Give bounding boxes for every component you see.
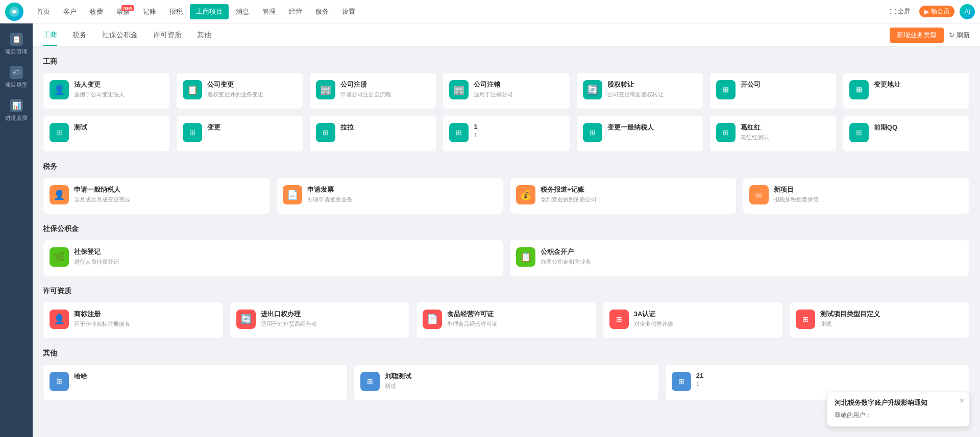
refresh-button[interactable]: ↻ 刷新 xyxy=(949,31,970,40)
nav-item-gongshang[interactable]: 工商项目 xyxy=(190,4,229,19)
nav-item-customer[interactable]: 客户 xyxy=(57,4,83,19)
card-new-project[interactable]: ⊞ 新项目 报税加税控盘保管 xyxy=(743,177,970,214)
card-qianqi-qq[interactable]: ⊞ 前期QQ xyxy=(843,115,970,152)
card-apply-fapiao[interactable]: 📄 申请发票 办理申请发票业务 xyxy=(276,177,503,214)
project-type-icon: 🏷 xyxy=(10,66,23,79)
card-gongsi-biangeng[interactable]: 📋 公司变更 股权变更外的业务变更 xyxy=(176,72,303,109)
nav-item-service[interactable]: 服务 xyxy=(309,4,335,19)
sidebar-item-project-manage[interactable]: 📋 项目管理 xyxy=(2,29,31,60)
card-sub-new-project: 报税加税控盘保管 xyxy=(774,196,963,203)
card-title-apply-nashui: 申请一般纳税人 xyxy=(74,185,263,194)
refresh-icon: ↻ xyxy=(949,31,954,39)
card-icon-tax-report: 💰 xyxy=(516,185,535,204)
nav-item-message[interactable]: 消息 xyxy=(230,4,255,19)
card-icon-nashui: ⊞ xyxy=(583,123,602,142)
card-biangeng-dizhi[interactable]: ⊞ 变更地址 xyxy=(843,72,970,109)
tab-qita[interactable]: 其他 xyxy=(197,24,211,46)
card-title-nashui: 变更一般纳税人 xyxy=(607,123,697,132)
sidebar-label-project-type: 项目类型 xyxy=(5,81,28,89)
tab-shuiwu[interactable]: 税务 xyxy=(72,24,87,46)
card-sub-guquan: 公司变更需要股权转让 xyxy=(607,91,697,98)
card-sub-apply-fapiao: 办理申请发票业务 xyxy=(307,196,497,203)
card-one[interactable]: ⊞ 1 1 xyxy=(443,115,570,152)
card-icon-trademark: 👤 xyxy=(50,310,69,329)
card-title-3a: 3A认证 xyxy=(634,310,777,319)
card-icon-kai: ⊞ xyxy=(716,80,736,99)
card-gehonghong[interactable]: ⊞ 葛红红 葛红红测试 xyxy=(709,115,837,152)
card-icon-gehong: ⊞ xyxy=(716,123,736,142)
sidebar-label-project-manage: 项目管理 xyxy=(5,48,28,56)
progress-icon: 📊 xyxy=(10,99,23,112)
card-icon-apply-fapiao: 📄 xyxy=(283,185,302,204)
card-ceshi[interactable]: ⊞ 测试 xyxy=(43,115,170,152)
card-trademark[interactable]: 👤 商标注册 用于企业商标注册服务 xyxy=(43,302,224,339)
card-food-license[interactable]: 📄 食品经营许可证 办理食品经营许可证 xyxy=(416,302,597,339)
card-tax-report[interactable]: 💰 税务报道+记账 拿到营业执照的新公司 xyxy=(509,177,737,214)
card-icon-zhuxiao: 🏢 xyxy=(449,80,469,99)
fullscreen-btn[interactable]: ⛶ 全屏 xyxy=(886,5,914,18)
card-title-ceshi: 测试 xyxy=(74,123,163,132)
card-icon-faren: 👤 xyxy=(50,80,69,99)
top-nav: 首页 客户 收费 票据 new 记账 报税 工商项目 消息 管理 经营 服务 设… xyxy=(0,0,980,23)
nav-item-fee[interactable]: 收费 xyxy=(84,4,109,19)
card-apply-nashui[interactable]: 👤 申请一般纳税人 当月或次月成变更完成 xyxy=(43,177,270,214)
avatar[interactable]: Ai xyxy=(960,4,975,19)
card-gongsi-zhuxiao[interactable]: 🏢 公司注销 适用于注销公司 xyxy=(443,72,570,109)
card-icon-lala: ⊞ xyxy=(316,123,335,142)
card-test-type[interactable]: ⊞ 测试项目类型目定义 测试 xyxy=(789,302,970,339)
nav-item-manage[interactable]: 管理 xyxy=(256,4,282,19)
tab-shebao[interactable]: 社保公积金 xyxy=(102,24,138,46)
section-title-shebao: 社保公积金 xyxy=(43,224,970,234)
nav-item-tax[interactable]: 报税 xyxy=(163,4,189,19)
nav-item-operate[interactable]: 经营 xyxy=(283,4,308,19)
card-icon-gongsibiangeng: 📋 xyxy=(183,80,202,99)
card-icon-21: ⊞ xyxy=(672,372,691,391)
tab-gongshang[interactable]: 工商 xyxy=(43,24,57,46)
gongshang-grid: 👤 法人变更 适用于公司变更法人 📋 公司变更 股权变更外的业务变更 🏢 xyxy=(43,72,970,152)
card-title-faren: 法人变更 xyxy=(74,80,163,89)
card-kai-gongsi[interactable]: ⊞ 开公司 xyxy=(709,72,837,109)
sidebar-item-progress[interactable]: 📊 进度监测 xyxy=(2,95,31,126)
add-type-button[interactable]: 新增业务类型 xyxy=(890,28,944,43)
card-faren-biangeng[interactable]: 👤 法人变更 适用于公司变更法人 xyxy=(43,72,170,109)
card-3a-cert[interactable]: ⊞ 3A认证 对企业信誉评级 xyxy=(603,302,783,339)
card-biangeng2[interactable]: ⊞ 变更 xyxy=(176,115,303,152)
card-icon-haha: ⊞ xyxy=(50,372,69,391)
card-biangeng-nashui[interactable]: ⊞ 变更一般纳税人 xyxy=(576,115,703,152)
card-import-export[interactable]: 🔄 进出口权办理 适用于对外贸易经营者 xyxy=(230,302,410,339)
card-sub-tax-report: 拿到营业执照的新公司 xyxy=(541,196,730,203)
notification-title: 河北税务数字账户升级影响通知 xyxy=(835,398,962,407)
card-sub-apply-nashui: 当月或次月成变更完成 xyxy=(74,196,263,203)
card-icon-one: ⊞ xyxy=(449,123,469,142)
card-title-test-type: 测试项目类型目定义 xyxy=(820,310,963,319)
card-sub-zhuxiao: 适用于注销公司 xyxy=(474,91,563,98)
card-title-gehong: 葛红红 xyxy=(741,123,830,132)
card-title-lala: 拉拉 xyxy=(340,123,430,132)
card-icon-qq: ⊞ xyxy=(849,123,869,142)
card-title-liucong: 刘聪测试 xyxy=(385,372,652,381)
card-gjj-kaiku[interactable]: 📋 公积金开户 办理公积金相关业务 xyxy=(509,240,970,276)
card-haha[interactable]: ⊞ 哈哈 xyxy=(43,364,348,401)
tab-xuke[interactable]: 许可资质 xyxy=(153,24,182,46)
sidebar-item-project-type[interactable]: 🏷 项目类型 xyxy=(2,62,31,93)
card-icon-apply-nashui: 👤 xyxy=(50,185,69,204)
nav-item-ticket[interactable]: 票据 new xyxy=(110,4,136,19)
card-lala[interactable]: ⊞ 拉拉 xyxy=(309,115,436,152)
sidebar-label-progress: 进度监测 xyxy=(5,114,28,122)
card-sub-zhuce: 申请公司注册全流程 xyxy=(340,91,430,98)
card-guquan-zhuanrang[interactable]: 🔄 股权转让 公司变更需要股权转让 xyxy=(576,72,703,109)
vip-btn[interactable]: ▶ 畅会员 xyxy=(919,6,954,17)
card-gongsi-zhuce[interactable]: 🏢 公司注册 申请公司注册全流程 xyxy=(309,72,436,109)
card-shebao-dengji[interactable]: 🌿 社保登记 进行人员社保登记 xyxy=(43,240,503,276)
nav-items: 首页 客户 收费 票据 new 记账 报税 工商项目 消息 管理 经营 服务 设… xyxy=(31,4,886,19)
notification-close-button[interactable]: × xyxy=(960,396,964,405)
card-liucong-test[interactable]: ⊞ 刘聪测试 测试 xyxy=(354,364,658,401)
card-title-food: 食品经营许可证 xyxy=(447,310,590,319)
card-title-biangeng2: 变更 xyxy=(207,123,297,132)
card-sub-food: 办理食品经营许可证 xyxy=(447,320,590,328)
nav-item-bookkeeping[interactable]: 记账 xyxy=(137,4,162,19)
nav-item-settings[interactable]: 设置 xyxy=(336,4,361,19)
nav-item-home[interactable]: 首页 xyxy=(31,4,56,19)
card-sub-gjj: 办理公积金相关业务 xyxy=(541,258,963,266)
shebao-grid: 🌿 社保登记 进行人员社保登记 📋 公积金开户 办理公积金相关业务 xyxy=(43,240,970,276)
